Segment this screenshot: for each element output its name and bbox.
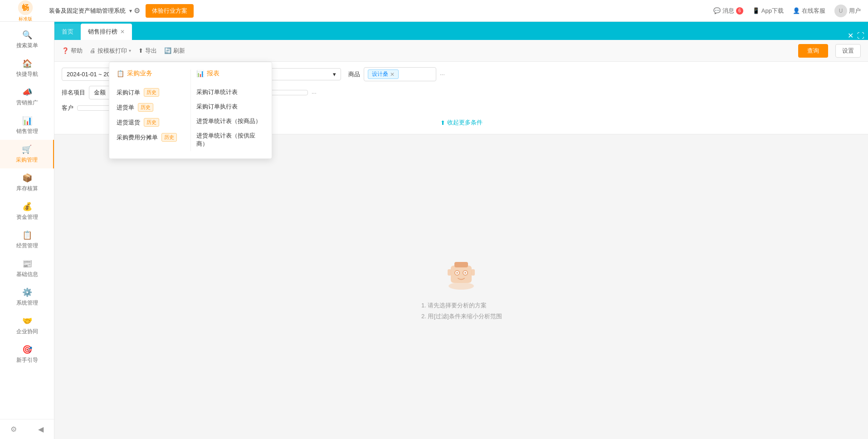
collapse-icon[interactable]: ◀ [38,425,44,434]
sidebar-item-inventory[interactable]: 📦 库存核算 [0,168,54,197]
tab-sales-rank[interactable]: 销售排行榜 ✕ [81,24,132,40]
goods-label: 商品 [348,70,360,79]
sidebar-item-nav[interactable]: 🏠 快捷导航 [0,54,54,83]
home-icon: 🏠 [22,59,32,69]
main-area: 🔍 搜索菜单 🏠 快捷导航 📣 营销推广 📊 销售管理 🛒 采购管理 📦 [0,22,868,439]
sidebar-label-guide: 新手引导 [16,356,38,364]
sidebar-label-base: 基础信息 [16,271,38,278]
sidebar-item-ops[interactable]: 📋 经营管理 [0,226,54,254]
goods-tag-text: 设计桑 [372,70,388,78]
purchase-biz-label: 采购业务 [127,69,152,78]
collapse-btn[interactable]: ⬆ 收起更多条件 [440,118,483,127]
staff-more-dots[interactable]: ··· [312,89,317,96]
svg-point-7 [456,272,458,274]
online-service-action[interactable]: 👤 在线客服 [793,7,825,15]
sidebar-item-purchase[interactable]: 🛒 采购管理 [0,140,54,168]
dropdown-item-return[interactable]: 进货退货 历史 [117,115,185,130]
svg-rect-9 [448,269,451,276]
settings-icon[interactable]: ⚙ [134,6,140,15]
po-history-badge: 历史 [144,88,159,97]
dropdown-cols: 📋 采购业务 采购订单 历史 进货单 历史 进货退货 [117,69,264,151]
svg-point-2 [449,282,474,290]
sidebar-item-sales[interactable]: 📊 销售管理 [0,111,54,140]
svg-rect-4 [454,262,468,267]
sidebar-label-search: 搜索菜单 [16,42,38,49]
page-content: 请先选择要分析的方案 用[过滤]条件来缩小分析范围 [54,134,868,439]
base-icon: 📰 [22,259,32,269]
app-download-action[interactable]: 📱 App下载 [752,7,784,15]
tab-maximize-icon[interactable]: ⛶ [857,32,864,40]
print-chevron[interactable]: ▾ [129,48,131,53]
dropdown-item-receipt-stat-goods[interactable]: 进货单统计表（按商品） [196,114,265,128]
print-label: 按模板打印 [98,47,127,55]
sidebar-item-base[interactable]: 📰 基础信息 [0,254,54,283]
refresh-action[interactable]: 🔄 刷新 [164,47,185,55]
tab-close-icon[interactable]: ✕ [120,29,125,35]
goods-more-dots[interactable]: ··· [440,71,445,78]
system-name-chevron[interactable]: ▾ [129,8,132,14]
empty-robot-icon [441,252,482,293]
purchase-icon: 🛒 [22,144,32,154]
svg-text:畅: 畅 [22,3,29,11]
goods-input[interactable]: 设计桑 ✕ [364,67,436,81]
sidebar-label-nav: 快捷导航 [16,70,38,78]
content-area: 首页 销售排行榜 ✕ ✕ ⛶ ❓ 帮助 🖨 按模板 [54,22,868,439]
msg-action[interactable]: 💬 消息 6 [713,7,743,15]
expense-history-badge: 历史 [161,133,177,142]
dropdown-item-receipt-stat-supplier[interactable]: 进货单统计表（按供应商） [196,128,265,151]
receipt-history-badge: 历史 [138,103,153,112]
collapse-arrow: ⬆ [440,119,445,126]
help-label: 帮助 [71,47,83,55]
query-btn[interactable]: 查询 [798,44,828,58]
empty-state: 请先选择要分析的方案 用[过滤]条件来缩小分析范围 [420,252,502,321]
settings-bottom-icon[interactable]: ⚙ [10,425,17,434]
phone-icon: 📱 [752,7,760,14]
dropdown-item-po[interactable]: 采购订单 历史 [117,85,185,100]
guide-icon: 🎯 [22,345,32,355]
export-label: 导出 [145,47,157,55]
dropdown-item-receipt[interactable]: 进货单 历史 [117,100,185,115]
settings-btn[interactable]: 设置 [835,44,861,58]
po-exec-label: 采购订单执行表 [196,103,238,111]
marketing-icon: 📣 [22,87,32,97]
sidebar-item-finance[interactable]: 💰 资金管理 [0,197,54,226]
sidebar-label-collab: 企业协同 [16,328,38,335]
top-bar: 畅 标准版 装备及固定资产辅助管理系统 ▾ ⚙ 体验行业方案 💬 消息 6 📱 … [0,0,868,22]
dropdown-item-po-exec[interactable]: 采购订单执行表 [196,99,265,114]
collab-icon: 🤝 [22,316,32,326]
receipt-stat-supplier-label: 进货单统计表（按供应商） [196,132,265,148]
sales-icon: 📊 [22,116,32,126]
report-label: 报表 [207,69,219,78]
service-icon: 👤 [793,7,800,14]
filter-goods: 商品 设计桑 ✕ ··· [348,67,445,81]
sidebar-item-collab[interactable]: 🤝 企业协同 [0,311,54,340]
dropdown-item-expense[interactable]: 采购费用分摊单 历史 [117,130,185,145]
report-icon: 📊 [196,70,204,77]
tab-home[interactable]: 首页 [54,24,81,40]
help-action[interactable]: ❓ 帮助 [62,47,83,55]
sidebar-item-system[interactable]: ⚙️ 系统管理 [0,283,54,311]
inventory-icon: 📦 [22,173,32,183]
print-action[interactable]: 🖨 按模板打印 ▾ [90,47,131,55]
sidebar-item-marketing[interactable]: 📣 营销推广 [0,83,54,111]
export-action[interactable]: ⬆ 导出 [138,47,157,55]
sidebar-item-search[interactable]: 🔍 搜索菜单 [0,25,54,54]
sidebar-label-purchase: 采购管理 [16,156,38,164]
msg-icon: 💬 [713,7,721,14]
tab-close-window-icon[interactable]: ✕ [848,31,853,40]
expense-label: 采购费用分摊单 [117,133,158,142]
print-icon: 🖨 [90,47,96,54]
goods-tag-close[interactable]: ✕ [390,71,395,78]
industry-btn[interactable]: 体验行业方案 [146,4,194,18]
user-label: 用户 [849,7,861,15]
dropdown-col-report: 📊 报表 采购订单统计表 采购订单执行表 进货单统计表（按商品） [196,69,265,151]
svg-rect-10 [471,269,475,276]
dropdown-item-po-stat[interactable]: 采购订单统计表 [196,85,265,99]
sidebar-item-guide[interactable]: 🎯 新手引导 [0,340,54,369]
logo-area: 畅 标准版 [7,0,44,22]
logo-icon: 畅 [17,0,34,16]
empty-tips: 请先选择要分析的方案 用[过滤]条件来缩小分析范围 [420,300,502,321]
system-name-wrapper: 装备及固定资产辅助管理系统 ▾ ⚙ [49,6,140,15]
user-action[interactable]: U 用户 [834,5,861,17]
customer-label: 客户 [62,104,73,112]
